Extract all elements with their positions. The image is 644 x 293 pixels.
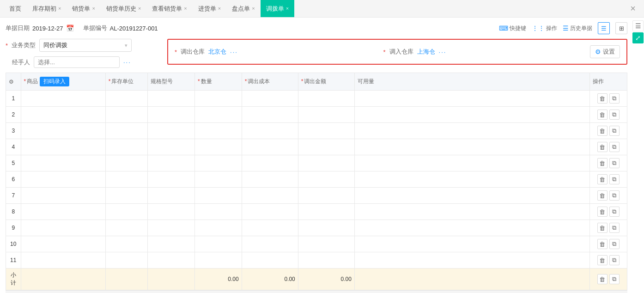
tab-purchase[interactable]: 进货单 × [193,0,226,17]
cell-unit[interactable] [105,123,148,139]
cell-unit[interactable] [105,155,148,171]
cell-unit[interactable] [105,236,148,252]
cell-quantity[interactable] [194,236,242,252]
tab-close-transfer[interactable]: × [286,6,289,11]
copy-btn[interactable]: ⧉ [609,207,620,217]
cell-amount[interactable] [298,107,354,123]
cell-product[interactable] [21,188,105,204]
copy-btn[interactable]: ⧉ [609,255,620,265]
tab-close-view-sales[interactable]: × [184,6,187,11]
delete-btn[interactable]: 🗑 [597,126,608,136]
cell-product[interactable] [21,236,105,252]
out-warehouse-more-btn[interactable]: ··· [230,49,238,55]
delete-btn[interactable]: 🗑 [597,207,608,217]
cell-unit[interactable] [105,204,148,220]
cell-spec[interactable] [148,188,195,204]
cell-amount[interactable] [298,91,354,107]
cell-cost[interactable] [242,252,298,269]
cell-quantity[interactable] [194,171,242,188]
sidebar-list-icon[interactable]: ☰ [632,20,644,31]
copy-btn[interactable]: ⧉ [609,223,620,233]
copy-btn[interactable]: ⧉ [609,239,620,249]
cell-product[interactable] [21,107,105,123]
cell-amount[interactable] [298,220,354,236]
cell-unit[interactable] [105,91,148,107]
cell-unit[interactable] [105,252,148,269]
cell-amount[interactable] [298,236,354,252]
person-input[interactable] [34,56,120,68]
layout-list-btn[interactable]: ☰ [598,22,610,34]
cell-spec[interactable] [148,139,195,155]
cell-quantity[interactable] [194,107,242,123]
cell-amount[interactable] [298,123,354,139]
operations-btn[interactable]: ⋮⋮ 操作 [532,24,557,32]
cell-cost[interactable] [242,236,298,252]
tab-inventory-init[interactable]: 库存期初 × [27,0,67,17]
history-btn[interactable]: ☰ 历史单据 [563,24,592,32]
delete-btn[interactable]: 🗑 [597,142,608,152]
cell-unit[interactable] [105,171,148,188]
cell-product[interactable] [21,204,105,220]
tab-close-sales-order[interactable]: × [92,6,95,11]
cell-unit[interactable] [105,188,148,204]
sidebar-expand-icon[interactable]: ⤢ [632,32,644,43]
cell-cost[interactable] [242,91,298,107]
cell-product[interactable] [21,139,105,155]
delete-btn[interactable]: 🗑 [597,223,608,233]
tab-sales-history[interactable]: 销货单历史 × [101,0,146,17]
tab-inventory-check[interactable]: 盘点单 × [226,0,260,17]
cell-cost[interactable] [242,220,298,236]
delete-btn[interactable]: 🗑 [597,158,608,168]
tab-home[interactable]: 首页 [4,0,27,17]
delete-btn[interactable]: 🗑 [597,93,608,104]
cell-quantity[interactable] [194,220,242,236]
cell-product[interactable] [21,91,105,107]
copy-btn[interactable]: ⧉ [609,158,620,168]
tab-view-sales[interactable]: 查看销货单 × [146,0,192,17]
copy-btn[interactable]: ⧉ [609,93,620,104]
cell-cost[interactable] [242,107,298,123]
cell-spec[interactable] [148,252,195,269]
cell-cost[interactable] [242,123,298,139]
cell-spec[interactable] [148,91,195,107]
cell-spec[interactable] [148,204,195,220]
cell-product[interactable] [21,252,105,269]
tab-transfer[interactable]: 调拨单 × [261,0,294,17]
cell-amount[interactable] [298,204,354,220]
cell-quantity[interactable] [194,91,242,107]
copy-btn[interactable]: ⧉ [609,142,620,152]
delete-btn[interactable]: 🗑 [597,174,608,184]
cell-quantity[interactable] [194,252,242,269]
tab-close-inventory-check[interactable]: × [252,6,255,11]
copy-btn[interactable]: ⧉ [609,174,620,184]
cell-product[interactable] [21,123,105,139]
delete-btn[interactable]: 🗑 [597,190,608,201]
tab-close-purchase[interactable]: × [218,6,221,11]
cell-product[interactable] [21,155,105,171]
cell-unit[interactable] [105,107,148,123]
settings-btn[interactable]: ⚙ 设置 [590,45,620,58]
cell-spec[interactable] [148,171,195,188]
tab-close-inventory-init[interactable]: × [58,6,61,11]
col-gear[interactable]: ⚙ [6,73,21,91]
cell-unit[interactable] [105,139,148,155]
cell-cost[interactable] [242,139,298,155]
shortcuts-btn[interactable]: ⌨ 快捷键 [499,24,526,32]
cell-spec[interactable] [148,107,195,123]
cell-quantity[interactable] [194,123,242,139]
calendar-icon[interactable]: 📅 [66,24,74,32]
cell-spec[interactable] [148,220,195,236]
cell-amount[interactable] [298,171,354,188]
person-more-btn[interactable]: ··· [123,59,131,66]
scan-btn[interactable]: 扫码录入 [40,77,69,86]
in-warehouse-more-btn[interactable]: ··· [439,49,447,55]
cell-quantity[interactable] [194,155,242,171]
cell-product[interactable] [21,220,105,236]
cell-cost[interactable] [242,188,298,204]
cell-quantity[interactable] [194,204,242,220]
tab-close-sales-history[interactable]: × [138,6,141,11]
cell-spec[interactable] [148,123,195,139]
layout-grid-btn[interactable]: ⊞ [615,22,627,34]
cell-spec[interactable] [148,236,195,252]
cell-amount[interactable] [298,188,354,204]
